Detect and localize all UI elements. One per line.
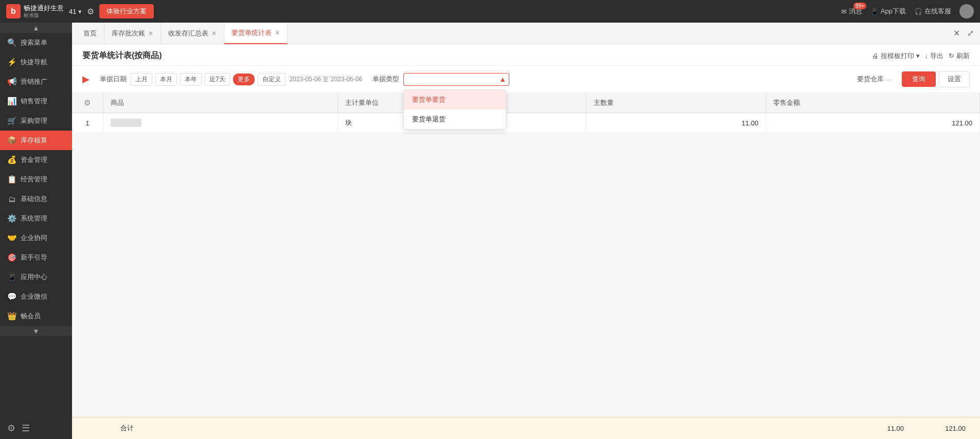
date-btn-last-month[interactable]: 上月 xyxy=(131,73,152,86)
settings-button[interactable]: 设置 xyxy=(939,71,970,87)
print-icon: 🖨 xyxy=(872,52,879,60)
app-sub: 标准版 xyxy=(24,12,64,19)
filter-buttons: 查询 设置 xyxy=(902,71,970,87)
service-icon: 🎧 xyxy=(914,8,922,15)
sidebar-item-search[interactable]: 🔍 搜索菜单 xyxy=(0,33,72,52)
col-amount: 零售金额 xyxy=(766,93,980,113)
sidebar-item-enterprise[interactable]: 🤝 企业协同 xyxy=(0,228,72,248)
refresh-label: 刷新 xyxy=(956,51,970,61)
dropdown-item-order-label: 要货单要货 xyxy=(412,96,446,103)
sidebar-item-guide[interactable]: 🎯 新手引导 xyxy=(0,248,72,267)
type-input[interactable] xyxy=(403,73,509,86)
sidebar-bottom: ⚙ ☰ xyxy=(0,417,72,439)
tab-maximize-icon[interactable]: ⤢ xyxy=(965,26,976,40)
tab-home[interactable]: 首页 xyxy=(76,23,104,44)
row-quantity: 11.00 xyxy=(586,113,766,133)
date-btn-this-year[interactable]: 本年 xyxy=(180,73,202,86)
warehouse-dots-icon[interactable]: ··· xyxy=(886,76,892,83)
shortcut-icon: ⚡ xyxy=(7,58,16,67)
sidebar-item-wechat[interactable]: 💬 企业微信 xyxy=(0,287,72,306)
date-btn-custom[interactable]: 自定义 xyxy=(258,73,286,86)
content-area: 首页 库存批次账 ✕ 收发存汇总表 ✕ 要货单统计表 ✕ ✕ ⤢ 要 xyxy=(72,23,980,439)
sidebar-item-shortcut[interactable]: ⚡ 快捷导航 xyxy=(0,52,72,72)
logo-icon: b xyxy=(6,4,21,19)
tab-close-all-icon[interactable]: ✕ xyxy=(951,26,962,40)
date-range: 2023-05-06 至 2023-06-06 xyxy=(290,75,362,84)
tab-bar: 首页 库存批次账 ✕ 收发存汇总表 ✕ 要货单统计表 ✕ ✕ ⤢ xyxy=(72,23,980,44)
warehouse-filter-group: 要货仓库 ··· xyxy=(857,75,892,84)
sidebar-item-inventory-label: 库存核算 xyxy=(21,136,47,145)
chevron-down-icon: ▾ xyxy=(78,8,82,15)
sidebar-item-appcenter[interactable]: 📱 应用中心 xyxy=(0,267,72,287)
tab-receipt-summary-close[interactable]: ✕ xyxy=(211,30,217,37)
sidebar-item-system[interactable]: ⚙️ 系统管理 xyxy=(0,209,72,228)
date-btn-more[interactable]: 更多 xyxy=(233,74,255,85)
sidebar-scroll-up[interactable]: ▲ xyxy=(0,23,72,33)
print-button[interactable]: 🖨 按模板打印 ▾ xyxy=(872,51,920,61)
sidebar-item-basic[interactable]: 🗂 基础信息 xyxy=(0,189,72,209)
tab-order-summary-close[interactable]: ✕ xyxy=(275,29,280,36)
dropdown-item-return[interactable]: 要货单退货 xyxy=(404,109,506,129)
sidebar-menu-icon[interactable]: ☰ xyxy=(22,423,30,434)
tab-bar-actions: ✕ ⤢ xyxy=(951,26,976,40)
refresh-button[interactable]: ↻ 刷新 xyxy=(949,51,970,61)
logo-text: 畅捷通好生意 标准版 xyxy=(24,4,64,19)
export-button[interactable]: ↓ 导出 xyxy=(925,51,944,61)
basic-icon: 🗂 xyxy=(7,195,16,204)
finance-icon: 💰 xyxy=(7,155,16,164)
filter-expand-button[interactable]: ▶ xyxy=(82,74,90,85)
refresh-icon: ↻ xyxy=(949,52,954,60)
sidebar-item-sales[interactable]: 📊 销售管理 xyxy=(0,92,72,111)
tab-inventory-batch[interactable]: 库存批次账 ✕ xyxy=(104,23,161,44)
dropdown-item-return-label: 要货单退货 xyxy=(412,115,446,123)
sidebar-item-inventory[interactable]: 📦 库存核算 xyxy=(0,131,72,150)
app-name: 畅捷通好生意 xyxy=(24,4,64,12)
sidebar-item-purchase[interactable]: 🛒 采购管理 xyxy=(0,111,72,131)
page-header-actions: 🖨 按模板打印 ▾ ↓ 导出 ↻ 刷新 xyxy=(872,51,970,61)
online-service-button[interactable]: 🎧 在线客服 xyxy=(914,7,951,16)
messages-button[interactable]: ✉ 消息 99+ xyxy=(841,7,862,16)
col-settings[interactable]: ⚙ xyxy=(72,93,103,113)
type-chevron-icon[interactable]: ▲ xyxy=(499,75,506,83)
filter-bar: ▶ 单据日期 上月 本月 本年 近7天 更多 自定义 2023-05-06 至 … xyxy=(72,66,980,93)
sidebar-settings-icon[interactable]: ⚙ xyxy=(7,423,15,434)
warehouse-label: 要货仓库 xyxy=(857,75,884,84)
operation-icon: 📋 xyxy=(7,175,16,184)
sidebar-scroll-down[interactable]: ▼ xyxy=(0,326,72,336)
avatar[interactable] xyxy=(959,4,974,19)
messages-badge: 99+ xyxy=(853,3,866,9)
dropdown-item-order[interactable]: 要货单要货 xyxy=(404,90,506,109)
table-row: 1 块 11.00 121.00 xyxy=(72,113,980,133)
app-download-button[interactable]: 📱 App下载 xyxy=(870,7,906,16)
tab-receipt-summary[interactable]: 收发存汇总表 ✕ xyxy=(161,23,224,44)
page-header: 要货单统计表(按商品) 🖨 按模板打印 ▾ ↓ 导出 ↻ 刷新 xyxy=(72,44,980,66)
date-btn-7days[interactable]: 近7天 xyxy=(205,73,230,86)
col-quantity: 主数量 xyxy=(586,93,766,113)
tab-inventory-batch-close[interactable]: ✕ xyxy=(148,30,153,37)
sidebar-item-system-label: 系统管理 xyxy=(21,214,47,223)
marketing-icon: 📢 xyxy=(7,77,16,86)
export-icon: ↓ xyxy=(925,52,929,60)
table-area: ⚙ 商品 主计量单位 主数量 零售金额 1 xyxy=(72,93,980,417)
footer-label: 合计 xyxy=(79,424,134,433)
footer-values: 11.00 121.00 xyxy=(849,425,973,432)
sidebar-item-member[interactable]: 👑 畅会员 xyxy=(0,306,72,326)
appcenter-icon: 📱 xyxy=(7,272,16,282)
sidebar-item-operation[interactable]: 📋 经营管理 xyxy=(0,170,72,189)
sidebar-item-marketing[interactable]: 📢 营销推广 xyxy=(0,72,72,92)
gear-icon[interactable]: ⚙ xyxy=(87,7,94,16)
sidebar-item-operation-label: 经营管理 xyxy=(21,175,47,184)
date-btn-this-month[interactable]: 本月 xyxy=(155,73,177,86)
online-service-label: 在线客服 xyxy=(924,7,951,16)
row-no: 1 xyxy=(72,113,103,133)
row-amount: 121.00 xyxy=(766,113,980,133)
tab-order-summary[interactable]: 要货单统计表 ✕ xyxy=(224,23,288,44)
sidebar-item-search-label: 搜索菜单 xyxy=(21,38,47,47)
store-selector[interactable]: 41 ▾ xyxy=(69,8,82,15)
col-settings-icon[interactable]: ⚙ xyxy=(84,98,91,107)
purchase-icon: 🛒 xyxy=(7,116,16,125)
trial-button[interactable]: 体验行业方案 xyxy=(99,4,154,19)
sidebar-item-finance[interactable]: 💰 资金管理 xyxy=(0,150,72,170)
query-button[interactable]: 查询 xyxy=(902,71,936,87)
download-icon: 📱 xyxy=(870,8,879,15)
